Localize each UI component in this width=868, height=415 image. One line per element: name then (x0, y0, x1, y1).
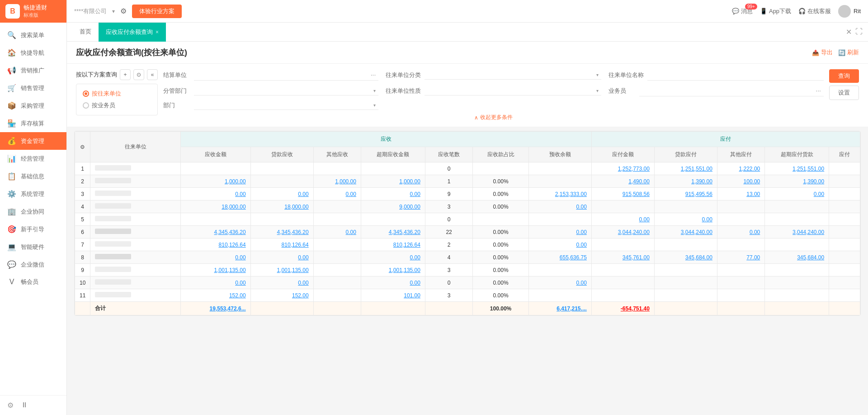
filter-settings-btn[interactable]: ⊙ (133, 69, 144, 80)
sidebar-item-vip[interactable]: V 畅会员 (0, 273, 66, 291)
ar-prepay[interactable]: 0.00 (528, 226, 591, 239)
sidebar-item-sales[interactable]: 🛒 销售管理 (0, 79, 66, 97)
ar-overdue[interactable]: 0.00 (361, 251, 425, 264)
ap-overdue[interactable]: 345,684.00 (765, 251, 829, 264)
select-unit-category[interactable]: ▾ (425, 71, 601, 80)
ap-amount[interactable]: 1,490.00 (591, 175, 654, 188)
table-scroll[interactable]: ⚙ 往来单位 应收 应付 应收金额 贷款应收 其他应收 超期应收金额 (75, 131, 860, 315)
ap-loan[interactable]: 1,390.00 (654, 175, 717, 188)
sidebar-item-wechat[interactable]: 💬 企业微信 (0, 256, 66, 273)
ap-loan[interactable]: 915,495.56 (654, 188, 717, 200)
ar-overdue[interactable]: 0.00 (361, 188, 425, 200)
query-button[interactable]: 查询 (829, 69, 859, 83)
ar-overdue[interactable]: 9,000.00 (361, 200, 425, 213)
topbar-gear-icon[interactable]: ⚙ (120, 7, 127, 15)
sidebar-item-purchase[interactable]: 📦 采购管理 (0, 97, 66, 114)
ar-overdue[interactable]: 1,001,135.00 (361, 264, 425, 277)
footer-ar-prepay[interactable]: 6,417,215.... (528, 302, 591, 315)
ap-other[interactable]: 13.00 (717, 188, 764, 200)
ar-overdue[interactable]: 101.00 (361, 289, 425, 302)
filter-add-btn[interactable]: + (120, 69, 131, 80)
ar-overdue[interactable]: 810,126.64 (361, 239, 425, 251)
sidebar-item-guide[interactable]: 🎯 新手引导 (0, 220, 66, 238)
ap-other[interactable]: 1,222.00 (717, 162, 764, 175)
ar-amount[interactable]: 0.00 (181, 277, 250, 289)
ap-loan[interactable]: 345,684.00 (654, 251, 717, 264)
customer-service-action[interactable]: 🎧 在线客服 (798, 7, 831, 15)
ap-loan[interactable]: 0.00 (654, 213, 717, 226)
ar-loan[interactable]: 810,126.64 (250, 239, 313, 251)
tab-close-icon[interactable]: × (156, 29, 159, 35)
setting-button[interactable]: 设置 (829, 86, 859, 100)
sidebar-item-search[interactable]: 🔍 搜索菜单 (0, 26, 66, 44)
ar-overdue[interactable]: 0.00 (361, 277, 425, 289)
ar-other[interactable]: 0.00 (313, 226, 361, 239)
ar-loan[interactable]: 152.00 (250, 289, 313, 302)
tab-ar-ap[interactable]: 应收应付余额查询 × (99, 23, 166, 42)
ar-amount[interactable]: 1,000.00 (181, 175, 250, 188)
trial-button[interactable]: 体验行业方案 (132, 5, 182, 18)
export-button[interactable]: 📤 导出 (812, 48, 833, 57)
footer-ar-amount[interactable]: 19,553,472,6... (181, 302, 250, 315)
message-action[interactable]: 💬 消息 99+ (732, 7, 753, 15)
sidebar-settings-btn[interactable]: ⚙ (7, 401, 14, 410)
footer-ap-amount[interactable]: -654,751.40 (591, 302, 654, 315)
ar-amount[interactable]: 0.00 (181, 251, 250, 264)
ar-overdue[interactable]: 4,345,436.20 (361, 226, 425, 239)
filter-option-staff[interactable]: 按业务员 (80, 100, 154, 111)
input-salesperson[interactable]: ··· (639, 85, 824, 96)
ar-loan[interactable]: 0.00 (250, 188, 313, 200)
ap-other[interactable]: 100.00 (717, 175, 764, 188)
ar-loan[interactable]: 4,345,436.20 (250, 226, 313, 239)
select-unit-nature[interactable]: ▾ (425, 86, 601, 95)
filter-option-unit[interactable]: 按往来单位 (80, 88, 154, 100)
sidebar-item-finance[interactable]: 💰 资金管理 (0, 132, 66, 150)
sidebar-item-marketing[interactable]: 📢 营销推广 (0, 62, 66, 79)
ar-loan[interactable]: 1,001,135.00 (250, 264, 313, 277)
ar-prepay[interactable]: 0.00 (528, 200, 591, 213)
input-unit-name[interactable] (647, 70, 824, 81)
ap-overdue[interactable]: 1,251,551.00 (765, 162, 829, 175)
ar-other[interactable]: 1,000.00 (313, 175, 361, 188)
tab-expand-btn[interactable]: ⛶ (855, 28, 863, 36)
ap-amount[interactable]: 3,044,240.00 (591, 226, 654, 239)
ar-amount[interactable]: 810,126.64 (181, 239, 250, 251)
ap-loan[interactable]: 3,044,240.00 (654, 226, 717, 239)
tab-home[interactable]: 首页 (72, 23, 99, 42)
select-department[interactable]: ▾ (194, 101, 378, 110)
ap-overdue[interactable]: 3,044,240.00 (765, 226, 829, 239)
ar-loan[interactable]: 18,000.00 (250, 200, 313, 213)
ar-amount[interactable]: 152.00 (181, 289, 250, 302)
ar-loan[interactable]: 0.00 (250, 277, 313, 289)
sidebar-item-base[interactable]: 📋 基础信息 (0, 167, 66, 185)
filter-collapse-icon[interactable]: « (147, 69, 158, 80)
sidebar-item-system[interactable]: ⚙️ 系统管理 (0, 185, 66, 203)
refresh-button[interactable]: 🔄 刷新 (838, 48, 859, 57)
sidebar-item-hardware[interactable]: 💻 智能硬件 (0, 238, 66, 256)
ar-overdue[interactable]: 1,000.00 (361, 175, 425, 188)
ap-amount[interactable]: 0.00 (591, 213, 654, 226)
user-info[interactable]: Rit (838, 5, 861, 18)
input-settlement[interactable]: ··· (194, 69, 378, 81)
ar-amount[interactable]: 1,001,135.00 (181, 264, 250, 277)
company-arrow-icon[interactable]: ▾ (112, 8, 115, 14)
ap-overdue[interactable]: 1,390.00 (765, 175, 829, 188)
ar-prepay[interactable]: 0.00 (528, 239, 591, 251)
ap-other[interactable]: 77.00 (717, 251, 764, 264)
ap-amount[interactable]: 345,761.00 (591, 251, 654, 264)
sidebar-item-business[interactable]: 📊 经营管理 (0, 150, 66, 167)
ar-prepay[interactable]: 2,153,333.00 (528, 188, 591, 200)
ar-amount[interactable]: 18,000.00 (181, 200, 250, 213)
sidebar-item-quick[interactable]: 🏠 快捷导航 (0, 44, 66, 62)
ar-prepay[interactable]: 655,636.75 (528, 251, 591, 264)
ap-overdue[interactable]: 0.00 (765, 188, 829, 200)
ar-loan[interactable]: 0.00 (250, 251, 313, 264)
th-settings[interactable]: ⚙ (75, 132, 90, 162)
ap-loan[interactable]: 1,251,551.00 (654, 162, 717, 175)
sidebar-collapse-btn[interactable]: ⏸ (21, 401, 28, 410)
collapse-button[interactable]: ∧ 收起更多条件 (163, 114, 824, 121)
sidebar-item-corp[interactable]: 🏢 企业协同 (0, 203, 66, 220)
app-download-action[interactable]: 📱 App下载 (760, 7, 791, 15)
select-dept[interactable]: ▾ (194, 86, 378, 95)
table-settings-icon[interactable]: ⚙ (80, 144, 85, 150)
